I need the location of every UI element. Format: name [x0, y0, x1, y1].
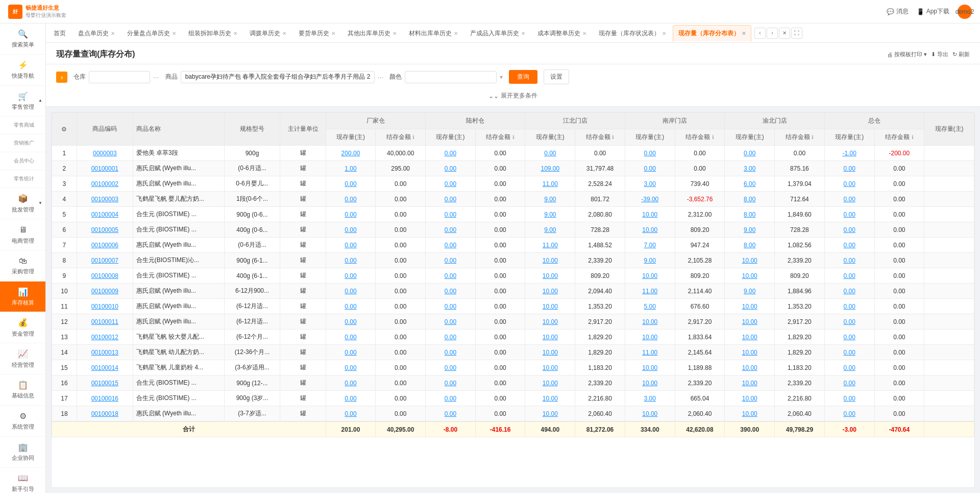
table-cell[interactable]: 0.00 [426, 375, 476, 391]
table-cell[interactable]: 0.00 [426, 360, 476, 375]
table-cell[interactable]: 0.00 [426, 314, 476, 330]
tab-product-in[interactable]: 产成品入库单历史 ✕ [464, 25, 531, 41]
table-cell[interactable]: 10.00 [725, 391, 775, 406]
table-cell[interactable]: 9.00 [725, 284, 775, 299]
tab-close-material-out[interactable]: ✕ [454, 31, 458, 36]
print-button[interactable]: 🖨 按模板打印 ▾ [887, 51, 927, 58]
table-cell[interactable]: 0.00 [824, 253, 874, 268]
table-cell[interactable]: 00100006 [77, 238, 133, 253]
table-cell[interactable]: 11.00 [625, 284, 675, 299]
table-cell[interactable]: 10.00 [725, 360, 775, 375]
table-cell[interactable]: 0.00 [824, 161, 874, 176]
table-cell[interactable]: 0.00 [824, 192, 874, 207]
table-cell[interactable]: 11.00 [525, 176, 575, 192]
table-cell[interactable]: 0.00 [824, 314, 874, 330]
table-cell[interactable]: 10.00 [525, 406, 575, 422]
table-cell[interactable]: 00100008 [77, 268, 133, 284]
app-download-link[interactable]: 📱 App下载 [917, 7, 949, 16]
table-cell[interactable]: 10.00 [525, 360, 575, 375]
table-cell[interactable]: 0.00 [426, 238, 476, 253]
tab-close-stock-dist[interactable]: ✕ [742, 31, 746, 36]
table-cell[interactable]: 10.00 [725, 330, 775, 345]
table-cell[interactable]: 10.00 [525, 253, 575, 268]
sidebar-item-search[interactable]: 🔍 搜索英单 [0, 24, 45, 55]
sidebar-item-retailstore[interactable]: 零售商城 [0, 116, 45, 134]
table-cell[interactable]: 0.00 [426, 299, 476, 314]
table-cell[interactable]: 3.00 [725, 161, 775, 176]
table-cell[interactable]: 0.00 [426, 207, 476, 222]
table-cell[interactable]: 00100013 [77, 345, 133, 360]
sidebar-item-wholesale[interactable]: 📦 批发管理 ▼ [0, 188, 45, 219]
table-cell[interactable]: 9.00 [525, 222, 575, 238]
tab-close-req-order[interactable]: ✕ [331, 31, 335, 36]
tab-stock-status[interactable]: 现存量（库存状况表） ✕ [593, 25, 672, 41]
table-cell[interactable]: 0.00 [824, 360, 874, 375]
tab-close-combo[interactable]: ✕ [233, 31, 237, 36]
table-cell[interactable]: 0.00 [326, 299, 376, 314]
sidebar-item-system[interactable]: ⚙ 系统管理 [0, 406, 45, 437]
table-cell[interactable]: 8.00 [725, 207, 775, 222]
table-cell[interactable]: 10.00 [725, 268, 775, 284]
tab-nav-prev[interactable]: ‹ [754, 28, 766, 39]
table-cell[interactable]: 0.00 [525, 146, 575, 161]
col-header-gear[interactable]: ⚙ [52, 113, 77, 146]
tab-home[interactable]: 首页 [48, 25, 71, 41]
message-link[interactable]: 💬 消息 [887, 7, 909, 16]
table-cell[interactable]: 10.00 [625, 330, 675, 345]
goods-dots-btn[interactable]: ··· [378, 73, 384, 81]
table-cell[interactable]: 0.00 [824, 299, 874, 314]
table-cell[interactable]: 11.00 [625, 345, 675, 360]
table-cell[interactable]: 0.00 [326, 330, 376, 345]
table-cell[interactable]: 00100004 [77, 207, 133, 222]
table-cell[interactable]: 0.00 [625, 146, 675, 161]
table-cell[interactable]: 0.00 [326, 222, 376, 238]
table-cell[interactable]: 0.00 [426, 330, 476, 345]
tab-partial-stock[interactable]: 分量盘点单历史 ✕ [121, 25, 182, 41]
table-cell[interactable]: 0.00 [426, 406, 476, 422]
table-cell[interactable]: 9.00 [525, 192, 575, 207]
table-cell[interactable]: 10.00 [625, 314, 675, 330]
table-cell[interactable]: 0.00 [824, 284, 874, 299]
table-cell[interactable]: 3.00 [625, 176, 675, 192]
sidebar-item-retail[interactable]: 🛒 零售管理 ▲ [0, 86, 45, 117]
table-cell[interactable]: 00100014 [77, 360, 133, 375]
tab-nav-next[interactable]: › [767, 28, 778, 39]
table-cell[interactable]: -1.00 [824, 146, 874, 161]
table-cell[interactable]: 10.00 [725, 253, 775, 268]
table-cell[interactable]: 10.00 [625, 207, 675, 222]
table-cell[interactable]: 00100002 [77, 176, 133, 192]
table-cell[interactable]: 0.00 [326, 268, 376, 284]
settings-button[interactable]: 设置 [544, 69, 569, 84]
sidebar-item-stats[interactable]: 零售统计 [0, 170, 45, 188]
table-cell[interactable]: -39.00 [625, 192, 675, 207]
table-cell[interactable]: 0.00 [326, 192, 376, 207]
sidebar-item-member[interactable]: 会员中心 [0, 152, 45, 170]
table-cell[interactable]: 0.00 [625, 161, 675, 176]
tab-close-stock-single[interactable]: ✕ [111, 31, 115, 36]
table-cell[interactable]: 0.00 [426, 176, 476, 192]
table-cell[interactable]: 5.00 [625, 299, 675, 314]
table-cell[interactable]: 00100012 [77, 330, 133, 345]
table-cell[interactable]: 11.00 [525, 238, 575, 253]
table-cell[interactable]: 0.00 [326, 375, 376, 391]
tab-stock-dist[interactable]: 现存量（库存分布表） ✕ [673, 25, 751, 41]
table-cell[interactable]: 00100016 [77, 391, 133, 406]
table-cell[interactable]: 0.00 [426, 161, 476, 176]
lu-amt-info-icon[interactable]: ℹ [512, 134, 514, 140]
tab-close-transfer[interactable]: ✕ [282, 31, 286, 36]
table-cell[interactable]: 10.00 [525, 391, 575, 406]
nanan-amt-info-icon[interactable]: ℹ [712, 134, 714, 140]
sidebar-item-bizman[interactable]: 📈 经营管理 [0, 343, 45, 374]
table-cell[interactable]: 7.00 [625, 238, 675, 253]
sidebar-item-quicknav[interactable]: ⚡ 快捷导航 [0, 55, 45, 86]
factory-amt-info-icon[interactable]: ℹ [412, 134, 414, 140]
goods-input[interactable] [181, 71, 375, 83]
tab-close-stock-status[interactable]: ✕ [662, 31, 666, 36]
table-cell[interactable]: 0.00 [824, 330, 874, 345]
table-cell[interactable]: 0.00 [326, 345, 376, 360]
sidebar-item-basic[interactable]: 📋 基础信息 [0, 374, 45, 406]
table-cell[interactable]: 00100010 [77, 299, 133, 314]
query-button[interactable]: 查询 [509, 70, 537, 84]
jiangbei-amt-info-icon[interactable]: ℹ [612, 134, 614, 140]
expand-conditions-btn[interactable]: ⌄⌄ 展开更多条件 [488, 91, 537, 100]
